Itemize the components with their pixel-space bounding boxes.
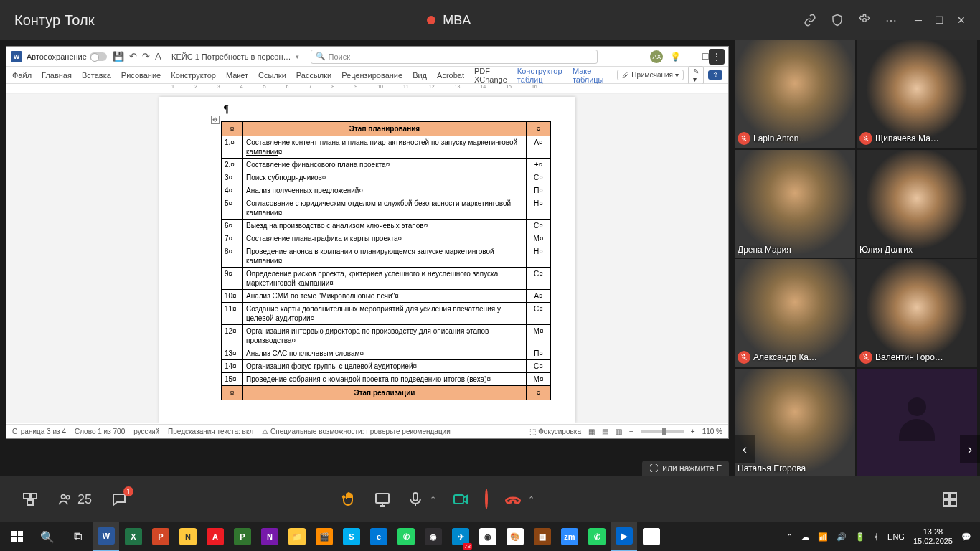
- paint-taskbar[interactable]: 🎨: [502, 522, 528, 551]
- tab-design[interactable]: Конструктор: [171, 71, 216, 80]
- acrobat-taskbar[interactable]: A: [202, 522, 228, 551]
- edit-mode-button[interactable]: ✎ ▾: [688, 66, 704, 85]
- chrome-taskbar[interactable]: ◉: [475, 522, 501, 551]
- table-row[interactable]: 3¤Поиск субподрядчиков¤С¤: [222, 171, 551, 184]
- table-anchor-icon[interactable]: ✥: [211, 116, 220, 124]
- screenshare-button[interactable]: [374, 491, 391, 508]
- participants-button[interactable]: 25: [57, 491, 92, 507]
- page-count[interactable]: Страница 3 из 4: [12, 428, 66, 435]
- whatsapp-taskbar[interactable]: ✆: [393, 522, 419, 551]
- project-taskbar[interactable]: P: [230, 522, 255, 551]
- clear-format-icon[interactable]: A̶: [155, 51, 161, 62]
- lightbulb-icon[interactable]: 💡: [670, 52, 681, 62]
- shield-icon[interactable]: [831, 14, 844, 27]
- tab-file[interactable]: Файл: [12, 71, 32, 80]
- fullscreen-hint[interactable]: ⛶ или нажмите F: [642, 461, 729, 476]
- tray-lang[interactable]: ENG: [887, 532, 905, 541]
- view-print-icon[interactable]: ▦: [588, 428, 595, 435]
- mic-button[interactable]: [407, 491, 424, 508]
- start-button[interactable]: [3, 522, 32, 551]
- grid-view-button[interactable]: [941, 491, 958, 508]
- share-menu-icon[interactable]: ⋮: [709, 49, 725, 65]
- table-row[interactable]: 11¤Создание карты дополнительных меропри…: [222, 303, 551, 325]
- notes-taskbar[interactable]: N: [175, 522, 201, 551]
- explorer-taskbar[interactable]: 📁: [284, 522, 310, 551]
- share-button[interactable]: ⇪: [708, 70, 722, 80]
- tab-view[interactable]: Вид: [413, 71, 427, 80]
- document-area[interactable]: ¶ ✥ ¤ Этап планирования ¤ 1.¤Составление…: [6, 94, 728, 423]
- whatsapp2-taskbar[interactable]: ✆: [584, 522, 610, 551]
- mic-chevron[interactable]: ⌃: [430, 495, 436, 504]
- telegram-taskbar[interactable]: ✈78: [448, 522, 473, 551]
- table-row[interactable]: 7¤Составление плана-графика и карты прое…: [222, 232, 551, 245]
- lang-indicator[interactable]: русский: [133, 428, 159, 435]
- tray-notifications-icon[interactable]: 💬: [961, 532, 971, 542]
- hangup-button[interactable]: [504, 490, 522, 509]
- gear-icon[interactable]: [858, 14, 871, 27]
- tray-clock[interactable]: 13:28 15.02.2025: [913, 527, 953, 546]
- table-row[interactable]: 5¤Согласование с юридическим отделом и с…: [222, 197, 551, 220]
- save-icon[interactable]: 💾: [113, 51, 124, 62]
- search-input[interactable]: 🔍 Поиск: [311, 50, 598, 64]
- tab-table-design[interactable]: Конструктор таблиц: [517, 67, 562, 84]
- table-row[interactable]: 15¤Проведение собрания с командой проект…: [222, 373, 551, 386]
- dropdown-icon[interactable]: ▾: [296, 53, 299, 60]
- undo-icon[interactable]: ↶: [129, 51, 137, 62]
- tray-bluetooth-icon[interactable]: ᚼ: [874, 532, 879, 541]
- word-taskbar[interactable]: W: [93, 522, 119, 551]
- participant-tile[interactable]: [857, 369, 977, 476]
- table-row[interactable]: 10¤Анализ СМИ по теме "Микроволновые печ…: [222, 290, 551, 303]
- tab-refs[interactable]: Ссылки: [258, 71, 286, 80]
- zoom-value[interactable]: 110 %: [702, 428, 722, 435]
- minimize-button[interactable]: ─: [915, 14, 922, 26]
- table-row[interactable]: 1.¤Составление контент-плана и плана пиа…: [222, 136, 551, 159]
- tab-mail[interactable]: Рассылки: [296, 71, 331, 80]
- onenote-taskbar[interactable]: N: [257, 522, 283, 551]
- chat-button[interactable]: 1: [110, 491, 128, 508]
- tab-acrobat[interactable]: Acrobat: [437, 71, 464, 80]
- edge-taskbar[interactable]: e: [366, 522, 392, 551]
- record-button[interactable]: [485, 490, 488, 509]
- table-row[interactable]: 9¤Определение рисков проекта, критериев …: [222, 268, 551, 290]
- document-name[interactable]: КЕЙС 1 Потребность в персон…: [171, 52, 291, 61]
- taskview-button[interactable]: ⧉: [63, 522, 92, 551]
- app1-taskbar[interactable]: ▦: [529, 522, 555, 551]
- more-icon[interactable]: ⋯: [885, 14, 897, 27]
- raise-hand-button[interactable]: [341, 491, 358, 508]
- word-count[interactable]: Слово 1 из 700: [75, 428, 125, 435]
- participant-tile[interactable]: Валентин Горо…: [857, 259, 977, 367]
- table-row[interactable]: 14¤Организация фокус-группы с целевой ау…: [222, 360, 551, 373]
- table-row[interactable]: 4¤Анализ полученных предложений¤П¤: [222, 184, 551, 197]
- zoom-slider[interactable]: [641, 430, 684, 433]
- tab-layout[interactable]: Макет: [226, 71, 248, 80]
- table-row[interactable]: 12¤Организация интервью директора по про…: [222, 325, 551, 347]
- zoom-in[interactable]: +: [691, 428, 695, 435]
- predict-indicator[interactable]: Предсказания текста: вкл: [168, 428, 253, 435]
- view-read-icon[interactable]: ▤: [602, 428, 608, 435]
- word-minimize[interactable]: ─: [688, 52, 694, 62]
- layout-icon[interactable]: [22, 491, 39, 508]
- tab-draw[interactable]: Рисование: [121, 71, 161, 80]
- participant-tile[interactable]: Юлия Долгих: [857, 150, 977, 258]
- close-button[interactable]: ✕: [957, 14, 966, 26]
- paintnet-taskbar[interactable]: 🖌: [639, 522, 664, 551]
- skype-taskbar[interactable]: S: [339, 522, 364, 551]
- redo-icon[interactable]: ↷: [142, 51, 150, 62]
- maximize-button[interactable]: ☐: [935, 14, 944, 26]
- hangup-chevron[interactable]: ⌃: [528, 495, 534, 504]
- excel-taskbar[interactable]: X: [121, 522, 146, 551]
- focus-mode[interactable]: ⬚ Фокусировка: [529, 428, 581, 435]
- participant-tile[interactable]: Александр Ка…: [735, 259, 855, 367]
- prev-page-button[interactable]: ‹: [735, 435, 755, 463]
- tab-home[interactable]: Главная: [42, 71, 72, 80]
- table-row[interactable]: 2.¤Составление финансового плана проекта…: [222, 159, 551, 171]
- next-page-button[interactable]: ›: [960, 435, 980, 463]
- tab-review[interactable]: Рецензирование: [341, 71, 402, 80]
- search-button[interactable]: 🔍: [33, 522, 62, 551]
- tab-insert[interactable]: Вставка: [82, 71, 111, 80]
- tray-volume-icon[interactable]: 🔊: [837, 532, 847, 542]
- participant-tile[interactable]: Щипачева Ма…: [857, 40, 977, 148]
- autosave-toggle[interactable]: Автосохранение: [27, 52, 107, 61]
- tab-pdfx[interactable]: PDF-XChange: [474, 67, 507, 84]
- powerpoint-taskbar[interactable]: P: [148, 522, 174, 551]
